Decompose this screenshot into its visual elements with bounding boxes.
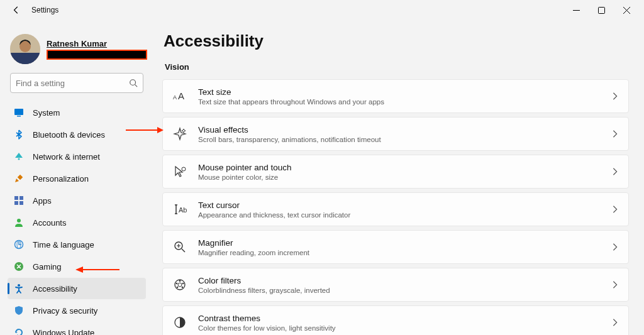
card-text-size[interactable]: AA Text size Text size that appears thro… xyxy=(162,79,629,113)
card-title: Text cursor xyxy=(198,200,611,210)
card-visual-effects[interactable]: Visual effects Scroll bars, transparency… xyxy=(162,117,629,151)
sidebar: Ratnesh Kumar System Bluetooth & devices… xyxy=(0,20,151,335)
close-button[interactable] xyxy=(614,1,639,19)
svg-point-17 xyxy=(18,284,20,287)
chevron-right-icon xyxy=(611,205,619,214)
chevron-right-icon xyxy=(611,167,619,176)
svg-rect-12 xyxy=(19,201,23,205)
chevron-right-icon xyxy=(611,280,619,289)
apps-icon xyxy=(14,195,24,206)
nav-label: Apps xyxy=(33,196,52,206)
svg-rect-8 xyxy=(18,175,23,180)
system-icon xyxy=(14,107,24,118)
chevron-right-icon xyxy=(611,92,619,101)
nav-time-language[interactable]: Time & language xyxy=(8,234,146,255)
card-sub: Color themes for low vision, light sensi… xyxy=(198,324,611,332)
nav-label: Accessibility xyxy=(33,284,77,294)
nav-label: Time & language xyxy=(33,240,94,250)
nav-label: Windows Update xyxy=(33,328,94,336)
svg-point-25 xyxy=(179,280,181,282)
nav-gaming[interactable]: Gaming xyxy=(8,256,146,277)
svg-rect-10 xyxy=(19,196,23,200)
card-title: Color filters xyxy=(198,276,611,285)
search-input[interactable] xyxy=(16,79,129,88)
nav-privacy[interactable]: Privacy & security xyxy=(8,300,146,321)
svg-rect-5 xyxy=(14,109,23,115)
svg-rect-6 xyxy=(17,116,21,117)
nav-accessibility[interactable]: Accessibility xyxy=(8,278,146,299)
gaming-icon xyxy=(14,261,24,272)
nav-windows-update[interactable]: Windows Update xyxy=(8,322,146,335)
accounts-icon xyxy=(14,217,24,228)
nav-system[interactable]: System xyxy=(8,102,146,123)
svg-point-26 xyxy=(182,283,184,285)
nav-apps[interactable]: Apps xyxy=(8,190,146,211)
nav-label: Gaming xyxy=(33,262,62,272)
maximize-button[interactable] xyxy=(589,1,614,19)
card-sub: Text size that appears throughout Window… xyxy=(198,98,611,106)
update-icon xyxy=(14,327,24,335)
card-sub: Appearance and thickness, text cursor in… xyxy=(198,211,611,219)
svg-point-7 xyxy=(18,158,20,160)
chevron-right-icon xyxy=(611,318,619,327)
mouse-pointer-icon xyxy=(173,165,187,178)
svg-point-4 xyxy=(130,80,136,85)
bluetooth-icon xyxy=(14,129,24,140)
nav-label: Privacy & security xyxy=(33,306,97,316)
personalization-icon xyxy=(14,173,24,184)
titlebar: Settings xyxy=(0,0,644,20)
card-color-filters[interactable]: Color filters Colorblindness filters, gr… xyxy=(162,268,629,302)
minimize-button[interactable] xyxy=(564,1,589,19)
search-box[interactable] xyxy=(10,73,143,93)
card-title: Mouse pointer and touch xyxy=(198,163,611,172)
card-sub: Mouse pointer color, size xyxy=(198,173,611,181)
card-title: Contrast themes xyxy=(198,314,611,323)
nav-personalization[interactable]: Personalization xyxy=(8,168,146,189)
app-title: Settings xyxy=(31,6,58,14)
svg-rect-9 xyxy=(14,196,18,200)
card-magnifier[interactable]: Magnifier Magnifier reading, zoom increm… xyxy=(162,230,629,264)
svg-text:A: A xyxy=(173,94,177,101)
main-panel: Accessibility Vision AA Text size Text s… xyxy=(151,20,644,335)
nav-bluetooth[interactable]: Bluetooth & devices xyxy=(8,124,146,145)
section-header: Vision xyxy=(165,62,629,72)
nav-label: System xyxy=(33,108,60,118)
nav-label: Personalization xyxy=(33,174,89,184)
user-block[interactable]: Ratnesh Kumar xyxy=(10,34,146,64)
svg-point-13 xyxy=(17,219,21,222)
chevron-right-icon xyxy=(611,129,619,138)
svg-text:A: A xyxy=(178,91,184,101)
card-text-cursor[interactable]: Ab Text cursor Appearance and thickness,… xyxy=(162,192,629,226)
visual-effects-icon xyxy=(173,127,187,141)
nav-label: Bluetooth & devices xyxy=(33,130,105,140)
svg-rect-0 xyxy=(598,7,604,13)
card-mouse-pointer[interactable]: Mouse pointer and touch Mouse pointer co… xyxy=(162,155,629,189)
chevron-right-icon xyxy=(611,243,619,251)
svg-text:Ab: Ab xyxy=(179,206,187,214)
card-contrast-themes[interactable]: Contrast themes Color themes for low vis… xyxy=(162,305,629,335)
accessibility-icon xyxy=(14,283,24,294)
card-sub: Scroll bars, transparency, animations, n… xyxy=(198,136,611,143)
card-sub: Magnifier reading, zoom increment xyxy=(198,249,611,256)
contrast-icon xyxy=(173,316,187,329)
card-title: Visual effects xyxy=(198,125,611,135)
svg-rect-11 xyxy=(14,201,18,205)
network-icon xyxy=(14,151,24,162)
back-button[interactable] xyxy=(9,3,24,18)
nav-list: System Bluetooth & devices Network & int… xyxy=(8,102,146,335)
svg-point-27 xyxy=(182,287,184,288)
text-cursor-icon: Ab xyxy=(173,202,187,216)
svg-point-29 xyxy=(176,283,178,285)
card-sub: Colorblindness filters, grayscale, inver… xyxy=(198,287,611,294)
nav-network[interactable]: Network & internet xyxy=(8,146,146,167)
privacy-icon xyxy=(14,305,24,316)
svg-point-28 xyxy=(177,287,179,288)
user-name: Ratnesh Kumar xyxy=(47,39,147,48)
user-email-redacted xyxy=(47,50,147,60)
nav-label: Network & internet xyxy=(33,152,100,162)
nav-accounts[interactable]: Accounts xyxy=(8,212,146,233)
page-title: Accessibility xyxy=(164,31,629,51)
search-icon xyxy=(129,79,138,87)
card-title: Magnifier xyxy=(198,238,611,248)
avatar xyxy=(10,34,40,64)
